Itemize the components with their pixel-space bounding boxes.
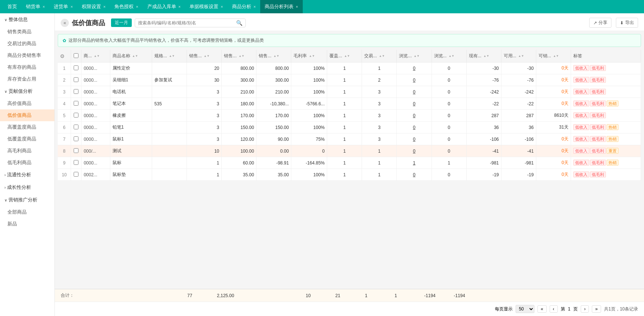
prev-page-button[interactable]: ‹ <box>550 305 558 313</box>
close-purchase-order-icon[interactable]: × <box>70 4 73 9</box>
sort-view1-icon[interactable]: ▲▼ <box>414 54 420 58</box>
close-template-settings-icon[interactable]: × <box>221 4 223 9</box>
sort-code-icon[interactable]: ▲▼ <box>94 54 100 58</box>
cell-view1[interactable]: 0 <box>397 145 432 157</box>
sidebar-item-low-value[interactable]: 低价值商品 <box>0 109 54 121</box>
close-permissions-icon[interactable]: × <box>103 4 105 9</box>
sidebar-item-high-value[interactable]: 高价值商品 <box>0 98 54 109</box>
sidebar-item-inventory-capital[interactable]: 库存资金占用 <box>0 73 54 85</box>
sidebar-item-new-products[interactable]: 新品 <box>0 218 54 230</box>
cell-spec <box>152 110 187 122</box>
sidebar-item-low-margin[interactable]: 低毛利商品 <box>0 157 54 169</box>
row-checkbox[interactable] <box>74 65 78 70</box>
cell-name[interactable]: 测试 <box>110 145 152 157</box>
nav-permissions[interactable]: 权限设置 × <box>77 0 110 13</box>
cell-view1[interactable]: 0 <box>397 110 432 122</box>
sort-margin-icon[interactable]: ▲▼ <box>309 54 315 58</box>
first-page-button[interactable]: « <box>537 305 547 313</box>
select-all-checkbox[interactable] <box>74 53 78 58</box>
sort-trade-icon[interactable]: ▲▼ <box>379 54 385 58</box>
sort-sale2-icon[interactable]: ▲▼ <box>239 54 245 58</box>
sidebar-section-overview[interactable]: ∨ 整体信息 <box>0 13 54 26</box>
last-page-button[interactable]: » <box>592 305 601 313</box>
cell-current: 287 <box>466 110 501 122</box>
cell-view1[interactable]: 0 <box>397 86 432 98</box>
row-checkbox[interactable] <box>74 125 78 129</box>
cell-current: -106 <box>466 133 501 145</box>
cell-spec: 参加复试 <box>152 74 187 86</box>
row-checkbox[interactable] <box>74 101 78 106</box>
cell-name[interactable]: 鼠标1 <box>110 133 152 145</box>
cell-check <box>71 110 81 122</box>
row-checkbox[interactable] <box>74 89 78 94</box>
cell-name[interactable]: 笔记本 <box>110 98 152 110</box>
close-role-auth-icon[interactable]: × <box>136 4 138 9</box>
cell-name[interactable]: 鼠标垫 <box>110 169 152 181</box>
settings-icon[interactable]: ⚙ <box>60 53 65 59</box>
close-product-analysis-list-icon[interactable]: × <box>296 4 298 9</box>
close-product-inbound-icon[interactable]: × <box>178 4 181 9</box>
search-input[interactable] <box>138 20 236 26</box>
sidebar-collapse-button[interactable]: « <box>61 19 69 27</box>
sort-sale1-icon[interactable]: ▲▼ <box>204 54 210 58</box>
cell-view1[interactable]: 0 <box>397 122 432 133</box>
nav-role-auth[interactable]: 角色授权 × <box>110 0 142 13</box>
sort-view2-icon[interactable]: ▲▼ <box>449 54 455 58</box>
nav-template-settings[interactable]: 单据模板设置 × <box>185 0 227 13</box>
cell-tags: 低收入低毛利热销 <box>571 122 641 133</box>
cell-view1[interactable]: 0 <box>397 133 432 145</box>
nav-product-inbound[interactable]: 产成品入库单 × <box>143 0 185 13</box>
cell-name[interactable]: 电话机 <box>110 86 152 98</box>
next-page-button[interactable]: › <box>581 305 589 313</box>
sidebar-item-high-margin[interactable]: 高毛利商品 <box>0 145 54 157</box>
cell-usable: -981 <box>501 157 536 169</box>
cell-name[interactable]: 橡皮擦 <box>110 110 152 122</box>
row-checkbox[interactable] <box>74 113 78 118</box>
sort-cover-icon[interactable]: ▲▼ <box>344 54 350 58</box>
sidebar-item-low-coverage[interactable]: 低覆盖度商品 <box>0 133 54 145</box>
sidebar-section-growth[interactable]: › 成长性分析 <box>0 181 54 194</box>
nav-home[interactable]: 首页 <box>3 0 21 13</box>
sidebar-item-all-products[interactable]: 全部商品 <box>0 206 54 218</box>
nav-product-analysis-list[interactable]: 商品分析列表 × <box>260 0 302 13</box>
sidebar-item-category-sales-rate[interactable]: 商品分类销售率 <box>0 50 54 61</box>
nav-purchase-order[interactable]: 进货单 × <box>49 0 77 13</box>
cell-view1[interactable]: 0 <box>397 169 432 181</box>
row-checkbox[interactable] <box>74 160 78 165</box>
cell-view1[interactable]: 0 <box>397 98 432 110</box>
sidebar-item-traded-products[interactable]: 交易过的商品 <box>0 38 54 50</box>
cell-view1[interactable]: 1 <box>397 157 432 169</box>
row-checkbox[interactable] <box>74 172 78 177</box>
cell-view1[interactable]: 0 <box>397 74 432 86</box>
sidebar-section-liquidity[interactable]: › 流通性分析 <box>0 169 54 181</box>
row-checkbox[interactable] <box>74 77 78 82</box>
sidebar-item-stocked-products[interactable]: 有库存的商品 <box>0 61 54 73</box>
row-checkbox[interactable] <box>74 136 78 141</box>
export-button[interactable]: ⬇ 导出 <box>616 18 638 28</box>
cell-name[interactable]: 鼠标 <box>110 157 152 169</box>
sidebar-item-sales-products[interactable]: 销售类商品 <box>0 26 54 38</box>
sort-usable-icon[interactable]: ▲▼ <box>518 54 524 58</box>
sort-name-icon[interactable]: ▲▼ <box>132 54 138 58</box>
sidebar-section-contribution[interactable]: ∨ 贡献值分析 <box>0 85 54 98</box>
sort-sale3-icon[interactable]: ▲▼ <box>274 54 279 58</box>
nav-product-analysis[interactable]: 商品分析 × <box>228 0 260 13</box>
row-checkbox[interactable] <box>74 148 78 153</box>
nav-sales-order[interactable]: 销货单 × <box>21 0 49 13</box>
sidebar-section-marketing[interactable]: ∨ 营销推广分析 <box>0 194 54 206</box>
sort-current-icon[interactable]: ▲▼ <box>483 54 489 58</box>
sort-salable-icon[interactable]: ▲▼ <box>553 54 559 58</box>
period-button[interactable]: 近一月 <box>111 18 132 27</box>
sort-spec-icon[interactable]: ▲▼ <box>169 54 175 58</box>
notice-text: 这部分商品的销售收入大幅低于商品平均销售收入，价值不高，可考虑调整营销策略，或是… <box>68 37 264 44</box>
cell-name[interactable]: 属性定价 <box>110 62 152 74</box>
close-sales-order-icon[interactable]: × <box>43 4 45 9</box>
cell-name[interactable]: 吴细细1 <box>110 74 152 86</box>
cell-sale3: 0.00 <box>256 145 291 157</box>
sidebar-item-high-coverage[interactable]: 高覆盖度商品 <box>0 121 54 133</box>
share-button[interactable]: ↗ 分享 <box>589 18 611 28</box>
cell-name[interactable]: 铅笔1 <box>110 122 152 133</box>
cell-view1[interactable]: 0 <box>397 62 432 74</box>
close-product-analysis-icon[interactable]: × <box>254 4 256 9</box>
per-page-select[interactable]: 50 100 200 <box>516 305 534 313</box>
